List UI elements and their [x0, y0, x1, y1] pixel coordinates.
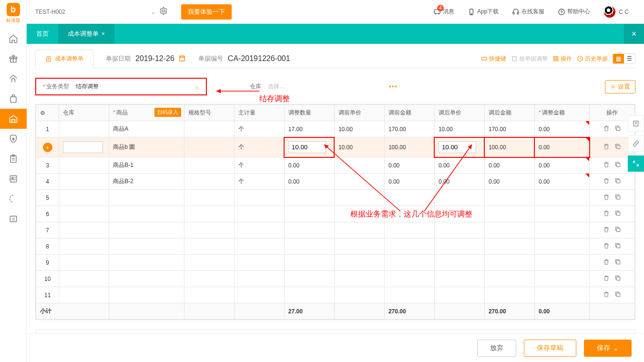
- table-row[interactable]: 8: [36, 238, 635, 255]
- delete-icon[interactable]: [603, 177, 610, 186]
- nav-loading[interactable]: [0, 189, 27, 209]
- calendar-icon: [178, 54, 186, 63]
- delete-icon[interactable]: [603, 161, 610, 169]
- view-toggle[interactable]: ▦☰: [613, 53, 635, 64]
- draft-button[interactable]: 保存草稿: [524, 340, 576, 357]
- svg-rect-3: [11, 120, 15, 123]
- subtotal-row: 小计 27.00 270.00 270.00 0.00: [36, 303, 635, 320]
- table-row[interactable]: 5: [36, 190, 635, 206]
- table-row[interactable]: 7: [36, 222, 635, 238]
- more-icon[interactable]: •••: [389, 83, 398, 90]
- copy-icon[interactable]: [614, 143, 621, 151]
- table-header: ⚙ 仓库 *商品扫码录入 规格型号 主计量 调整数量 调前单价 调前金额 调后单…: [36, 105, 635, 121]
- svg-rect-28: [617, 145, 620, 149]
- doc-title-tab: 成本调整单: [35, 50, 93, 68]
- chevron-down-icon: ⌄: [151, 9, 155, 15]
- nav-new[interactable]: 新: [0, 209, 27, 229]
- delete-icon[interactable]: [603, 125, 610, 133]
- copy-icon[interactable]: [614, 242, 621, 250]
- expand-panel-icon[interactable]: [628, 155, 644, 172]
- table-row[interactable]: +商品b 圕个10.00100.00100.000.00: [36, 137, 635, 157]
- svg-rect-35: [617, 261, 620, 264]
- svg-point-26: [613, 86, 614, 87]
- nav-home[interactable]: [0, 29, 27, 49]
- svg-rect-32: [617, 212, 620, 216]
- col-post-price: 调后单价: [434, 105, 484, 121]
- avatar: [603, 6, 616, 18]
- link-panel-icon[interactable]: [628, 135, 644, 152]
- warehouse-select[interactable]: 仓库 选择... •••: [250, 83, 398, 91]
- close-all-tabs[interactable]: ×: [624, 24, 644, 44]
- note-panel-icon[interactable]: [628, 115, 644, 132]
- nav-clipboard[interactable]: [0, 149, 27, 169]
- try-button[interactable]: 我要体验一下: [181, 4, 232, 20]
- table-row[interactable]: 9: [36, 255, 635, 271]
- tab-cost-adjust[interactable]: 成本调整单×: [58, 24, 114, 44]
- table-row[interactable]: 10: [36, 271, 635, 287]
- copy-icon[interactable]: [614, 275, 621, 283]
- nav-gift[interactable]: [0, 49, 27, 69]
- discard-button[interactable]: 放弃: [477, 340, 516, 357]
- add-row-icon[interactable]: +: [43, 143, 52, 152]
- svg-rect-29: [617, 164, 620, 167]
- user-menu[interactable]: C C: [603, 6, 629, 18]
- delete-icon[interactable]: [603, 291, 610, 299]
- copy-icon[interactable]: [614, 226, 621, 234]
- nav-bag[interactable]: [0, 89, 27, 109]
- svg-rect-15: [518, 12, 519, 14]
- nav-money[interactable]: [0, 129, 27, 149]
- svg-point-16: [559, 9, 564, 15]
- copy-icon[interactable]: [614, 161, 621, 169]
- per-doc-link[interactable]: 按单据调整: [511, 55, 548, 63]
- delete-icon[interactable]: [603, 210, 610, 218]
- svg-rect-30: [617, 180, 620, 183]
- messages-link[interactable]: 4 消息: [433, 8, 454, 16]
- chevron-down-icon: ⌄: [613, 344, 619, 352]
- app-download-link[interactable]: App下载: [468, 8, 499, 16]
- qty-input[interactable]: [288, 141, 326, 153]
- wh-input[interactable]: [63, 141, 103, 153]
- copy-icon[interactable]: [614, 177, 621, 186]
- svg-rect-19: [482, 57, 487, 60]
- business-type-select[interactable]: * 业务类型 结存调整 ⌄: [35, 78, 207, 95]
- svg-rect-37: [617, 293, 620, 297]
- copy-icon[interactable]: [614, 125, 621, 133]
- table-row[interactable]: 4商品B-2个0.000.000.000.000.00: [36, 174, 635, 190]
- table-row[interactable]: 3商品B-1个0.000.000.000.000.00: [36, 157, 635, 174]
- gear-column[interactable]: ⚙: [36, 105, 59, 121]
- shortcut-link[interactable]: 快捷键: [481, 55, 506, 63]
- save-button[interactable]: 保存⌄: [584, 340, 632, 357]
- table-row[interactable]: 6: [36, 206, 635, 222]
- copy-icon[interactable]: [614, 194, 621, 202]
- table-row[interactable]: 1商品A个17.0010.00170.0010.00170.000.00: [36, 121, 635, 137]
- copy-icon[interactable]: [614, 210, 621, 218]
- copy-icon[interactable]: [614, 259, 621, 267]
- col-post-amt: 调后金额: [484, 105, 534, 121]
- delete-icon[interactable]: [603, 143, 610, 151]
- delete-icon[interactable]: [603, 242, 610, 250]
- table-row[interactable]: 11: [36, 287, 635, 303]
- service-link[interactable]: 在线客服: [512, 8, 544, 16]
- svg-rect-33: [617, 228, 620, 232]
- nav-up[interactable]: [0, 69, 27, 89]
- delete-icon[interactable]: [603, 259, 610, 267]
- post-price-input[interactable]: [439, 141, 476, 153]
- copy-icon[interactable]: [614, 291, 621, 299]
- svg-point-7: [11, 177, 13, 179]
- delete-icon[interactable]: [603, 226, 610, 234]
- delete-icon[interactable]: [603, 194, 610, 202]
- doc-date[interactable]: 单据日期 2019-12-26: [106, 54, 186, 63]
- nav-warehouse[interactable]: [0, 109, 27, 129]
- nav-contact[interactable]: [0, 169, 27, 189]
- scan-input-tag[interactable]: 扫码录入: [154, 108, 181, 117]
- svg-point-13: [471, 13, 471, 14]
- help-link[interactable]: 帮助中心: [558, 8, 590, 16]
- gear-icon[interactable]: [159, 7, 168, 17]
- config-button[interactable]: 设置: [605, 80, 635, 93]
- tab-home[interactable]: 首页: [27, 24, 58, 44]
- ops-link[interactable]: 操作: [552, 55, 572, 63]
- close-icon[interactable]: ×: [102, 31, 105, 37]
- history-link[interactable]: 历史单据: [577, 55, 608, 63]
- delete-icon[interactable]: [603, 275, 610, 283]
- shop-selector[interactable]: TEST-H002 ⌄: [35, 7, 159, 17]
